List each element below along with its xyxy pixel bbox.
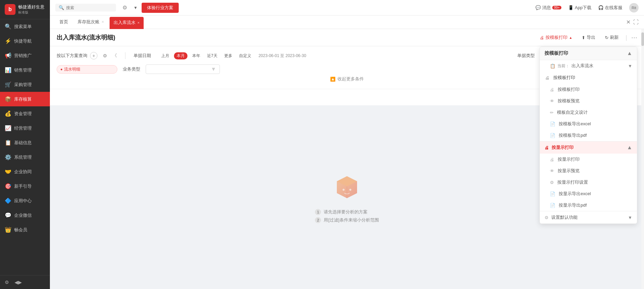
- excel-icon: 📄: [550, 122, 555, 127]
- gear-button[interactable]: ⚙: [120, 3, 129, 12]
- flow-detail-tag[interactable]: ● 流水明细: [57, 65, 117, 74]
- tab-inventory-batch[interactable]: 库存批次账 ×: [74, 16, 108, 29]
- dropdown-chevron-up[interactable]: ▲: [627, 50, 632, 56]
- template-pdf-btn[interactable]: 📄 按模板导出pdf: [540, 130, 637, 141]
- guide-icon: 🎯: [5, 183, 11, 189]
- display-preview-icon: 👁: [550, 168, 554, 174]
- display-excel-icon: 📄: [550, 191, 555, 196]
- tab-close-2[interactable]: ×: [138, 21, 140, 25]
- display-settings-btn[interactable]: ⚙ 按显示打印设置: [540, 177, 637, 188]
- date-prev-month[interactable]: 上月: [159, 52, 171, 59]
- template-print-header[interactable]: 🖨 按模板打印: [540, 72, 637, 84]
- dropdown-header: 按模板打印 ▲: [540, 47, 637, 60]
- set-default-btn[interactable]: ⚙ 设置默认功能 ▼: [540, 211, 637, 224]
- sidebar-item-guide[interactable]: 🎯 新手引导: [0, 179, 50, 193]
- tab-controls: ✕ ⛶: [626, 19, 639, 25]
- search-input[interactable]: [66, 5, 107, 10]
- display-print-btn[interactable]: 🖨 按显示打印: [540, 154, 637, 165]
- template-print-btn[interactable]: 🖨 按模板打印: [540, 84, 637, 95]
- scroll-thumb[interactable]: [641, 32, 644, 46]
- system-icon: ⚙️: [5, 154, 11, 160]
- user-avatar[interactable]: Rit: [629, 3, 639, 12]
- tab-maximize[interactable]: ⛶: [633, 19, 639, 25]
- svg-point-4: [349, 189, 351, 191]
- app-download[interactable]: 📱 App下载: [568, 5, 591, 11]
- display-excel-btn[interactable]: 📄 按显示导出excel: [540, 188, 637, 200]
- display-print-section: 🖨 按显示打印 ▲ 🖨 按显示打印 👁 按显示预览 ⚙ 按显示打印设置: [540, 141, 637, 211]
- empty-tips: 1 请先选择要分析的方案 2 用[过滤]条件来缩小分析范围: [315, 209, 379, 223]
- template-excel-btn[interactable]: 📄 按模板导出excel: [540, 118, 637, 130]
- chevron-up-icon-2: 🔼: [330, 77, 335, 82]
- sidebar-item-marketing[interactable]: 📢 营销推广: [0, 48, 50, 63]
- display-pdf-btn[interactable]: 📄 按显示导出pdf: [540, 200, 637, 211]
- add-filter-btn[interactable]: +: [90, 52, 97, 59]
- tab-close-window[interactable]: ✕: [626, 19, 631, 25]
- message-icon: 💬: [535, 5, 541, 10]
- sidebar-item-inventory[interactable]: 📦 库存核算: [0, 92, 50, 106]
- filter-settings-icon[interactable]: ⚙: [100, 51, 110, 60]
- sidebar-item-basic[interactable]: 📋 基础信息: [0, 135, 50, 150]
- sidebar-bottom: ⚙ ◀▶: [0, 275, 50, 289]
- page-content: 出入库流水(流水明细) 🖨 按模板打印 ▲ ⬆ 导出 ↻ 刷新 | ⋯: [50, 29, 644, 289]
- sidebar-item-operation[interactable]: 📈 经营管理: [0, 121, 50, 135]
- sidebar-item-sales[interactable]: 📊 销售管理: [0, 63, 50, 77]
- message-badge[interactable]: 💬 消息 99+: [535, 5, 561, 11]
- date-this-month[interactable]: 本月: [174, 52, 187, 59]
- dropdown-arrow[interactable]: ▼: [134, 5, 138, 10]
- sidebar-item-member[interactable]: 👑 畅会员: [0, 222, 50, 237]
- display-chevron-up[interactable]: ▲: [627, 144, 632, 151]
- biz-type-select[interactable]: ▼: [146, 64, 220, 74]
- sidebar: b 畅捷通好生意 标准版 🔍 搜索菜单 ⚡ 快捷导航 📢 营销推广 📊 销售管理…: [0, 0, 50, 289]
- sidebar-item-apps[interactable]: 🔷 应用中心: [0, 193, 50, 208]
- search-bar[interactable]: 🔍: [55, 4, 116, 11]
- sidebar-item-wechat[interactable]: 💬 企业微信: [0, 208, 50, 222]
- date-7days[interactable]: 近7天: [205, 52, 219, 59]
- template-print-section: 🖨 按模板打印 🖨 按模板打印 👁 按模板预览 ✏ 模板自定义设计 📄: [540, 72, 637, 141]
- trial-button[interactable]: 体验行业方案: [142, 3, 179, 13]
- page-actions: 🖨 按模板打印 ▲ ⬆ 导出 ↻ 刷新 | ⋯: [537, 33, 637, 42]
- print-template-icon: 🖨: [545, 75, 550, 80]
- sidebar-item-system[interactable]: ⚙️ 系统管理: [0, 150, 50, 164]
- collapse-icon[interactable]: ◀▶: [14, 280, 22, 285]
- tab-close-1[interactable]: ×: [101, 19, 104, 24]
- refresh-icon: ↻: [605, 35, 609, 40]
- basic-icon: 📋: [5, 139, 11, 146]
- date-more[interactable]: 更多: [222, 52, 234, 59]
- preview-icon: 👁: [550, 99, 554, 104]
- vertical-scrollbar[interactable]: [641, 29, 644, 289]
- date-custom[interactable]: 自定义: [237, 52, 253, 59]
- tab-home[interactable]: 首页: [55, 16, 72, 29]
- quick-icon: ⚡: [5, 38, 11, 44]
- sidebar-item-quick[interactable]: ⚡ 快捷导航: [0, 34, 50, 48]
- more-icon[interactable]: ⋯: [631, 34, 637, 41]
- enterprise-icon: 🤝: [5, 168, 11, 175]
- export-btn[interactable]: ⬆ 导出: [579, 33, 598, 42]
- date-this-year[interactable]: 本年: [190, 52, 202, 59]
- search-icon: 🔍: [59, 5, 64, 10]
- tab-flow[interactable]: 出入库流水 ×: [110, 17, 144, 29]
- template-preview-btn[interactable]: 👁 按模板预览: [540, 95, 637, 107]
- display-pdf-icon: 📄: [550, 203, 555, 208]
- settings-icon[interactable]: ⚙: [5, 280, 9, 285]
- sidebar-item-search[interactable]: 🔍 搜索菜单: [0, 19, 50, 34]
- collapse-left-icon[interactable]: 《: [112, 53, 117, 59]
- sidebar-item-purchase[interactable]: 🛒 采购管理: [0, 77, 50, 92]
- display-print-toggle[interactable]: 🖨 按显示打印 ▲: [540, 141, 637, 154]
- print-template-btn[interactable]: 🖨 按模板打印 ▲: [537, 33, 575, 42]
- chevron-down-icon-2: ▼: [211, 66, 216, 72]
- display-preview-btn[interactable]: 👁 按显示预览: [540, 165, 637, 177]
- chevron-up-icon: ▲: [569, 36, 572, 40]
- svg-point-3: [343, 189, 345, 191]
- search-icon: 🔍: [5, 23, 11, 30]
- sidebar-item-enterprise[interactable]: 🤝 企业协同: [0, 164, 50, 179]
- online-service[interactable]: 🎧 在线客服: [598, 5, 622, 11]
- member-icon: 👑: [5, 227, 11, 233]
- separator: [125, 52, 125, 59]
- export-icon: ⬆: [582, 35, 585, 40]
- marketing-icon: 📢: [5, 52, 11, 59]
- template-custom-btn[interactable]: ✏ 模板自定义设计: [540, 107, 637, 118]
- refresh-btn[interactable]: ↻ 刷新: [602, 33, 621, 42]
- divider: |: [625, 34, 627, 41]
- purchase-icon: 🛒: [5, 81, 11, 88]
- sidebar-item-finance[interactable]: 💰 资金管理: [0, 106, 50, 121]
